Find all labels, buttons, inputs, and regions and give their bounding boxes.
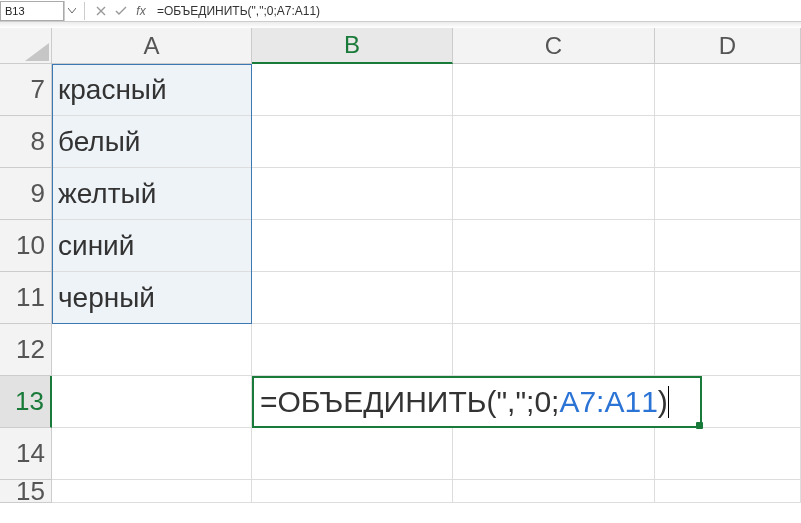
cell-a8[interactable]: белый bbox=[52, 116, 252, 168]
row-header-14[interactable]: 14 bbox=[0, 428, 52, 480]
name-box[interactable]: B13 bbox=[0, 1, 64, 21]
formula-text-prefix: =ОБЪЕДИНИТЬ(",";0; bbox=[260, 385, 559, 419]
cell-d7[interactable] bbox=[655, 64, 801, 116]
formula-input[interactable]: =ОБЪЕДИНИТЬ(",";0;A7:A11) bbox=[151, 1, 801, 21]
cell-editor[interactable]: =ОБЪЕДИНИТЬ(",";0;A7:A11) bbox=[252, 376, 702, 428]
cell-c8[interactable] bbox=[453, 116, 655, 168]
row-8: 8 белый bbox=[0, 116, 801, 168]
chevron-down-icon bbox=[68, 8, 76, 14]
fx-icon: fx bbox=[136, 4, 145, 18]
cell-a14[interactable] bbox=[52, 428, 252, 480]
row-header-8[interactable]: 8 bbox=[0, 116, 52, 168]
row-header-7[interactable]: 7 bbox=[0, 64, 52, 116]
cell-d15[interactable] bbox=[655, 480, 801, 503]
row-header-11[interactable]: 11 bbox=[0, 272, 52, 324]
row-header-12[interactable]: 12 bbox=[0, 324, 52, 376]
cell-b12[interactable] bbox=[252, 324, 453, 376]
cell-d9[interactable] bbox=[655, 168, 801, 220]
col-header-c[interactable]: C bbox=[453, 28, 655, 64]
formula-text-suffix: ) bbox=[658, 385, 668, 419]
column-header-row: A B C D bbox=[0, 28, 801, 64]
col-header-a[interactable]: A bbox=[52, 28, 252, 64]
cancel-button[interactable] bbox=[92, 2, 110, 20]
insert-function-button[interactable]: fx bbox=[132, 2, 150, 20]
row-9: 9 желтый bbox=[0, 168, 801, 220]
col-header-b[interactable]: B bbox=[252, 28, 453, 64]
enter-button[interactable] bbox=[112, 2, 130, 20]
cell-b7[interactable] bbox=[252, 64, 453, 116]
cell-a12[interactable] bbox=[52, 324, 252, 376]
cell-c14[interactable] bbox=[453, 428, 655, 480]
x-icon bbox=[96, 6, 106, 16]
col-header-d[interactable]: D bbox=[655, 28, 801, 64]
cell-d14[interactable] bbox=[655, 428, 801, 480]
row-11: 11 черный bbox=[0, 272, 801, 324]
cell-d8[interactable] bbox=[655, 116, 801, 168]
row-header-15[interactable]: 15 bbox=[0, 480, 52, 503]
cell-a15[interactable] bbox=[52, 480, 252, 503]
cell-c7[interactable] bbox=[453, 64, 655, 116]
name-box-dropdown[interactable] bbox=[64, 1, 78, 21]
row-header-10[interactable]: 10 bbox=[0, 220, 52, 272]
cell-b8[interactable] bbox=[252, 116, 453, 168]
cell-d11[interactable] bbox=[655, 272, 801, 324]
cell-b15[interactable] bbox=[252, 480, 453, 503]
cell-c9[interactable] bbox=[453, 168, 655, 220]
row-header-13[interactable]: 13 bbox=[0, 376, 52, 428]
cell-d10[interactable] bbox=[655, 220, 801, 272]
fill-handle[interactable] bbox=[696, 422, 703, 429]
cell-b14[interactable] bbox=[252, 428, 453, 480]
check-icon bbox=[115, 6, 127, 16]
cell-c15[interactable] bbox=[453, 480, 655, 503]
cell-b11[interactable] bbox=[252, 272, 453, 324]
row-7: 7 красный bbox=[0, 64, 801, 116]
cell-a11[interactable]: черный bbox=[52, 272, 252, 324]
cell-c10[interactable] bbox=[453, 220, 655, 272]
spreadsheet-grid: A B C D 7 красный 8 белый 9 желтый 10 си… bbox=[0, 28, 801, 503]
row-14: 14 bbox=[0, 428, 801, 480]
cell-a7[interactable]: красный bbox=[52, 64, 252, 116]
formula-text-ref: A7:A11 bbox=[559, 385, 657, 419]
cell-a13[interactable] bbox=[52, 376, 252, 428]
cell-d12[interactable] bbox=[655, 324, 801, 376]
formula-bar-row: B13 fx =ОБЪЕДИНИТЬ(",";0;A7:A11) bbox=[0, 0, 801, 22]
text-cursor bbox=[668, 386, 669, 418]
cell-c11[interactable] bbox=[453, 272, 655, 324]
cell-a10[interactable]: синий bbox=[52, 220, 252, 272]
row-10: 10 синий bbox=[0, 220, 801, 272]
row-12: 12 bbox=[0, 324, 801, 376]
row-header-9[interactable]: 9 bbox=[0, 168, 52, 220]
cell-c12[interactable] bbox=[453, 324, 655, 376]
cell-b10[interactable] bbox=[252, 220, 453, 272]
separator bbox=[84, 2, 85, 20]
select-all-corner[interactable] bbox=[0, 28, 52, 64]
cell-a9[interactable]: желтый bbox=[52, 168, 252, 220]
cell-b9[interactable] bbox=[252, 168, 453, 220]
row-15: 15 bbox=[0, 480, 801, 503]
